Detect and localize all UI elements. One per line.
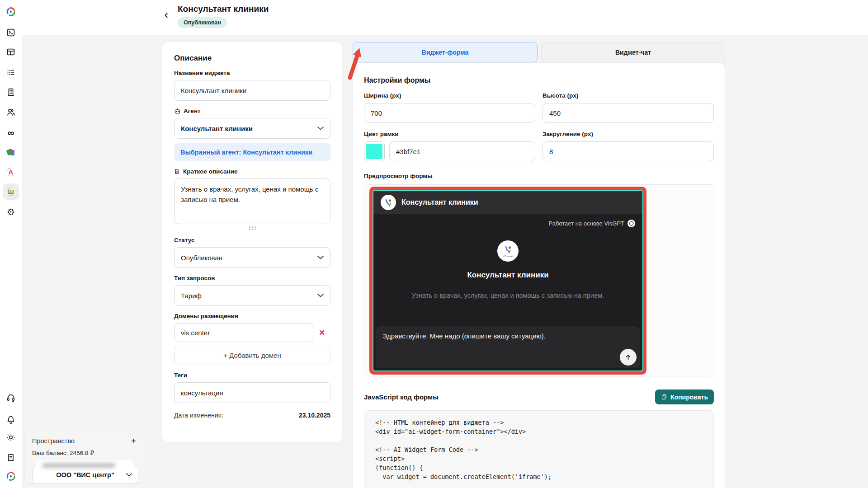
vis-logo-icon <box>383 197 394 208</box>
height-label: Высота (px) <box>542 92 714 99</box>
widget-avatar <box>381 195 396 210</box>
status-badge: Опубликован <box>178 17 227 28</box>
width-input[interactable] <box>364 103 535 123</box>
chevron-left-icon <box>163 12 170 19</box>
delete-domain-icon[interactable]: ✕ <box>319 329 325 337</box>
building-icon[interactable] <box>5 87 16 98</box>
widgets-icon: Ш <box>5 186 16 197</box>
powered-by: Работает на основе VisGPT <box>548 220 635 227</box>
tab-widget-form[interactable]: Виджет-форма <box>353 42 538 62</box>
copy-code-button[interactable]: Копировать <box>655 389 714 404</box>
settings-gear-icon[interactable]: ⚙ <box>5 206 16 217</box>
code-line: <div id="ai-widget-form-container"></div… <box>375 427 703 436</box>
short-description-textarea[interactable]: Узнать о врачах, услугах, ценах и помощь… <box>174 178 330 224</box>
add-workspace-button[interactable]: + <box>129 436 138 445</box>
form-settings-panel: Настройки формы Ширина (px) Высота (px) … <box>353 62 725 488</box>
code-line <box>375 436 703 445</box>
top-header: Консультант клиники Опубликован <box>22 0 868 35</box>
svg-text:Ш: Ш <box>8 188 14 195</box>
balance-text: Ваш баланс: 2456.8 ₽ <box>32 449 138 456</box>
widget-header-title: Консультант клиники <box>401 198 478 206</box>
widget-center-subtitle: Узнать о врачах, услугах, ценах и помощь… <box>373 292 642 299</box>
table-icon[interactable] <box>5 47 16 57</box>
copy-icon <box>661 394 667 400</box>
widgets-active-item[interactable]: Ш <box>3 183 19 200</box>
arrow-up-icon <box>624 353 632 361</box>
code-line: <script> <box>375 454 703 463</box>
back-button[interactable] <box>161 10 172 21</box>
robot-icon <box>174 108 181 114</box>
sidebar: ∞ A Ш ⚙ <box>0 0 22 488</box>
code-line: <!-- HTML контейнер для виджета --> <box>375 418 703 427</box>
visgpt-logo-bottom-icon[interactable] <box>5 471 16 482</box>
domains-label: Домены размещения <box>174 313 330 319</box>
visgpt-mini-logo-icon <box>627 220 635 227</box>
agent-select[interactable]: Консультант клиники <box>174 118 330 139</box>
visgpt-logo-icon[interactable] <box>5 6 16 17</box>
widget-body: Работает на основе VisGPT <box>373 214 642 371</box>
radius-label: Закругление (px) <box>542 131 714 137</box>
code-block[interactable]: <!-- HTML контейнер для виджета --> <div… <box>364 410 714 488</box>
code-section-title: JavaScript код формы <box>364 393 439 401</box>
status-label: Статус <box>174 237 330 244</box>
domain-input[interactable] <box>174 323 313 342</box>
terminal-icon[interactable] <box>5 27 16 38</box>
docs-color-icon[interactable] <box>5 146 16 157</box>
tab-widget-chat[interactable]: Виджет-чат <box>541 42 725 62</box>
widget-name-label: Название виджета <box>174 70 330 76</box>
logo-caption: VIS.center <box>503 255 513 258</box>
letter-a-color-icon[interactable]: A <box>5 166 16 177</box>
description-title: Описание <box>174 54 330 63</box>
resize-handle[interactable] <box>249 226 256 230</box>
request-type-label: Тип запросов <box>174 275 330 282</box>
list-icon[interactable] <box>5 67 16 78</box>
chevron-down-icon <box>317 294 324 297</box>
add-domain-button[interactable]: + Добавить домен <box>174 346 330 365</box>
page-title: Консультант клиники <box>178 4 269 14</box>
request-type-select[interactable]: Тариф <box>174 285 330 306</box>
workspace-title: Пространство <box>32 437 75 445</box>
censored-text <box>36 460 133 471</box>
main-content: Описание Название виджета Агент Консульт… <box>22 35 868 488</box>
form-preview-area: Консультант клиники Работает на основе V… <box>364 184 715 376</box>
agent-label: Агент <box>174 108 330 114</box>
code-line: <!-- AI Widget Form Code --> <box>375 445 703 454</box>
document-icon <box>174 168 180 175</box>
tags-input[interactable] <box>174 382 330 403</box>
status-select[interactable]: Опубликован <box>174 247 330 268</box>
selected-agent-note: Выбранный агент: Консультант клиники <box>174 143 330 161</box>
widget-center-logo: VIS.center <box>497 240 519 262</box>
form-settings-title: Настройки формы <box>364 76 714 84</box>
height-input[interactable] <box>542 103 714 123</box>
annotation-red-frame: Консультант клиники Работает на основе V… <box>369 187 646 375</box>
support-headset-icon[interactable] <box>5 392 16 403</box>
theme-sun-icon[interactable] <box>5 432 16 443</box>
chevron-down-icon <box>317 256 324 259</box>
users-icon[interactable] <box>5 107 16 117</box>
widget-header: Консультант клиники <box>373 191 642 214</box>
width-label: Ширина (px) <box>364 92 535 99</box>
workspace-card: Пространство + Ваш баланс: 2456.8 ₽ ООО … <box>24 431 145 484</box>
border-color-input[interactable] <box>389 141 535 161</box>
border-color-label: Цвет рамки <box>364 131 535 137</box>
notifications-bell-icon[interactable] <box>5 414 16 425</box>
send-button[interactable] <box>620 349 637 366</box>
description-panel: Описание Название виджета Агент Консульт… <box>162 42 343 442</box>
modified-date-value: 23.10.2025 <box>299 412 330 419</box>
widget-preview: Консультант клиники Работает на основе V… <box>373 190 643 371</box>
widget-center-title: Консультант клиники <box>373 271 642 280</box>
chevron-down-icon <box>126 473 132 477</box>
radius-input[interactable] <box>542 141 714 161</box>
code-line: (function() { <box>375 463 703 472</box>
tags-label: Теги <box>174 372 330 379</box>
infinity-icon[interactable]: ∞ <box>5 127 16 138</box>
short-description-label: Краткое описание <box>174 168 330 175</box>
color-swatch[interactable] <box>364 141 385 161</box>
code-line: var widget = document.createElement('ifr… <box>375 472 703 481</box>
billing-receipt-icon[interactable] <box>5 452 16 463</box>
svg-text:A: A <box>9 168 14 176</box>
preview-title: Предпросмотр формы <box>364 173 714 179</box>
widget-input-area[interactable]: Здравствуйте. Мне надо (опишите вашу сит… <box>376 326 640 368</box>
chevron-down-icon <box>317 127 324 130</box>
widget-name-input[interactable] <box>174 80 330 101</box>
